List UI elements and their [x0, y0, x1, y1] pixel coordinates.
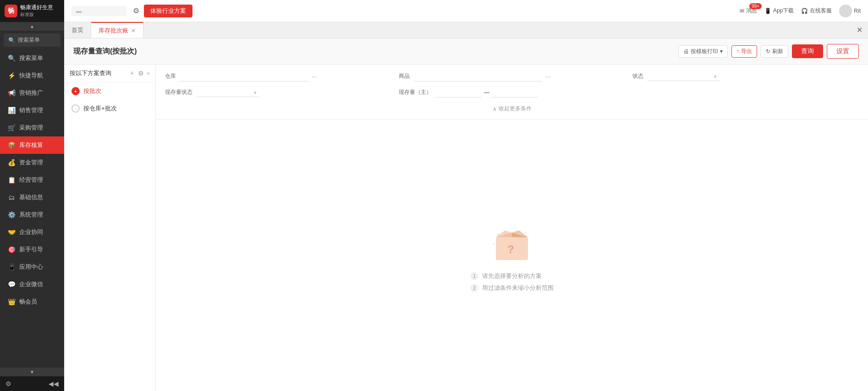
app-title-block: 畅康通好生意 标准版 — [20, 4, 53, 18]
left-panel-actions: ＋ ⚙ « — [129, 69, 150, 77]
message-btn[interactable]: ✉ 消息 99+ — [740, 7, 757, 15]
sidebar: 畅 畅康通好生意 标准版 ▲ 🔍 搜索菜单 🔍搜索菜单⚡快捷导航📢营销推广📊销售… — [0, 0, 64, 391]
settings-icon[interactable]: ⚙ — [5, 380, 11, 387]
export-btn[interactable]: ↑ 导出 — [731, 45, 757, 58]
stock-qty-from[interactable] — [435, 87, 481, 98]
topbar-search-box[interactable]: ▬ — [71, 6, 126, 16]
query-btn[interactable]: 查询 — [792, 44, 823, 58]
marketing-icon: 📢 — [7, 89, 16, 97]
body-layout: 按以下方案查询 ＋ ⚙ « ● 按批次 ○ 按仓库+批次 — [64, 65, 868, 391]
settings-scheme-icon[interactable]: ⚙ — [138, 70, 144, 77]
status-label: 状态 — [632, 72, 643, 80]
filter-row-1: 仓库 ··· 商品 ··· 状态 — [165, 71, 859, 81]
page-title: 现存量查询(按批次) — [73, 47, 137, 56]
sidebar-search[interactable]: 🔍 搜索菜单 — [4, 33, 60, 47]
warehouse-input[interactable] — [180, 71, 308, 81]
tab-home[interactable]: 首页 — [64, 22, 91, 38]
tab-inventory-batch[interactable]: 库存批次账 ✕ — [91, 22, 143, 38]
product-more-icon[interactable]: ··· — [545, 73, 551, 80]
user-menu[interactable]: Rit — [839, 5, 861, 17]
print-btn[interactable]: 🖨 按模板打印 ▾ — [678, 45, 728, 58]
stock-quantity-filter: 现存量（主） — — [399, 87, 625, 98]
member-icon: 👑 — [7, 298, 16, 306]
stock-status-filter: 现存量状态 ∨ — [165, 88, 391, 97]
tab-close-icon[interactable]: ✕ — [131, 27, 136, 34]
stock-qty-to[interactable] — [492, 87, 538, 98]
sidebar-item-inventory[interactable]: 📦库存核算 — [0, 136, 64, 154]
scheme-item-warehouse-batch[interactable]: ○ 按仓库+批次 — [64, 100, 155, 117]
filter-collapse[interactable]: ∧ 收起更多条件 — [165, 103, 859, 113]
tabs-bar: 首页 库存批次账 ✕ ✕ — [64, 22, 868, 38]
sidebar-item-label: 系统管理 — [19, 211, 43, 219]
page-actions: 🖨 按模板打印 ▾ ↑ 导出 ↻ 刷新 查询 设置 — [678, 44, 859, 59]
new-guide-icon: 🎯 — [7, 245, 16, 254]
app-download-btn[interactable]: 📱 App下载 — [764, 7, 794, 15]
warehouse-more-icon[interactable]: ··· — [312, 73, 317, 80]
results-area: ? 1 请先选择要分析的方案 — [156, 119, 868, 391]
sidebar-item-operation[interactable]: 📋经营管理 — [0, 171, 64, 189]
empty-tip-2: 2 用过滤条件来缩小分析范围 — [470, 284, 554, 292]
sidebar-item-basic[interactable]: 🗂基础信息 — [0, 189, 64, 206]
inventory-icon: 📦 — [7, 141, 16, 149]
app-download-label: App下载 — [773, 7, 794, 15]
wechat-icon: 💬 — [7, 280, 16, 288]
sidebar-scroll-down[interactable]: ▼ — [0, 368, 64, 376]
sidebar-item-app-center[interactable]: 📱应用中心 — [0, 258, 64, 276]
scheme-active-icon: ● — [71, 87, 80, 95]
scheme-warehouse-batch-label: 按仓库+批次 — [83, 104, 117, 113]
sidebar-item-label: 资金管理 — [19, 158, 43, 167]
collapse-panel-icon[interactable]: « — [147, 70, 150, 76]
sidebar-item-new-guide[interactable]: 🎯新手引导 — [0, 241, 64, 258]
status-filter: 状态 ∨ — [632, 72, 859, 81]
product-input[interactable] — [413, 71, 542, 81]
close-tab-btn[interactable]: ✕ — [851, 26, 868, 34]
tip-1-text: 请先选择要分析的方案 — [482, 272, 542, 280]
sidebar-item-label: 基础信息 — [19, 193, 43, 201]
stock-status-dropdown[interactable]: ∨ — [196, 88, 260, 97]
collapse-sidebar-icon[interactable]: ◀◀ — [49, 380, 59, 387]
sidebar-item-search[interactable]: 🔍搜索菜单 — [0, 49, 64, 67]
empty-state: ? 1 请先选择要分析的方案 — [470, 219, 554, 292]
finance-icon: 💰 — [7, 158, 16, 167]
empty-illustration: ? — [484, 219, 539, 265]
add-scheme-icon[interactable]: ＋ — [129, 69, 135, 77]
refresh-btn[interactable]: ↻ 刷新 — [761, 45, 788, 58]
sidebar-item-sales[interactable]: 📊销售管理 — [0, 102, 64, 119]
message-badge: 99+ — [749, 3, 762, 9]
settings-btn[interactable]: 设置 — [827, 44, 859, 59]
scheme-item-batch[interactable]: ● 按批次 — [64, 82, 155, 100]
sidebar-item-label: 企业协同 — [19, 228, 43, 236]
export-icon: ↑ — [736, 48, 739, 54]
sidebar-item-system[interactable]: ⚙️系统管理 — [0, 206, 64, 223]
topbar-gear-icon[interactable]: ⚙ — [133, 6, 139, 15]
sidebar-header: 畅 畅康通好生意 标准版 — [0, 0, 64, 22]
sidebar-item-quick-nav[interactable]: ⚡快捷导航 — [0, 67, 64, 84]
topbar-search-input[interactable] — [83, 8, 120, 14]
tip-2-text: 用过滤条件来缩小分析范围 — [482, 284, 554, 292]
stock-quantity-label: 现存量（主） — [399, 88, 432, 96]
online-service-btn[interactable]: 🎧 在线客服 — [801, 7, 832, 15]
sidebar-item-enterprise[interactable]: 🤝企业协同 — [0, 223, 64, 241]
sidebar-item-wechat[interactable]: 💬企业微信 — [0, 276, 64, 293]
sidebar-item-marketing[interactable]: 📢营销推广 — [0, 84, 64, 102]
filter-area: 仓库 ··· 商品 ··· 状态 — [156, 65, 868, 119]
sidebar-scroll-up[interactable]: ▲ — [0, 22, 64, 31]
sidebar-item-label: 搜索菜单 — [19, 54, 43, 62]
sidebar-item-purchase[interactable]: 🛒采购管理 — [0, 119, 64, 136]
topbar-search-icon: ▬ — [76, 8, 82, 14]
app-logo: 畅 — [5, 5, 17, 17]
main-area: ▬ ⚙ 体验行业方案 ✉ 消息 99+ 📱 App下载 🎧 在线客服 Rit — [64, 0, 868, 391]
status-dropdown[interactable]: ∨ — [647, 72, 720, 81]
left-panel: 按以下方案查询 ＋ ⚙ « ● 按批次 ○ 按仓库+批次 — [64, 65, 156, 391]
stock-status-label: 现存量状态 — [165, 88, 192, 96]
sidebar-item-label: 营销推广 — [19, 89, 43, 97]
sidebar-item-label: 销售管理 — [19, 106, 43, 114]
quick-nav-icon: ⚡ — [7, 71, 16, 80]
tip-2-num: 2 — [470, 284, 478, 292]
experience-btn[interactable]: 体验行业方案 — [144, 5, 192, 17]
sidebar-item-member[interactable]: 👑畅会员 — [0, 293, 64, 310]
sidebar-item-label: 库存核算 — [19, 141, 43, 149]
stock-quantity-range: — — [435, 87, 538, 98]
sidebar-item-finance[interactable]: 💰资金管理 — [0, 154, 64, 171]
app-title: 畅康通好生意 — [20, 4, 53, 11]
